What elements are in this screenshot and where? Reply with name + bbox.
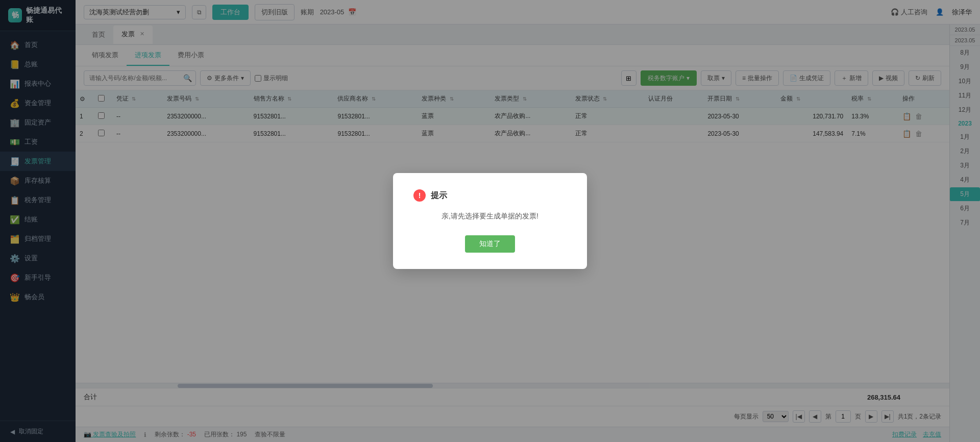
modal-title: ! 提示 [413,189,567,202]
modal-footer: 知道了 [413,235,567,253]
modal-confirm-button[interactable]: 知道了 [465,235,515,253]
modal-title-text: 提示 [431,190,447,201]
modal-overlay: ! 提示 亲,请先选择要生成单据的发票! 知道了 [0,0,980,442]
modal-message: 亲,请先选择要生成单据的发票! [413,212,567,221]
modal-box: ! 提示 亲,请先选择要生成单据的发票! 知道了 [393,173,587,269]
warning-icon: ! [413,189,426,202]
